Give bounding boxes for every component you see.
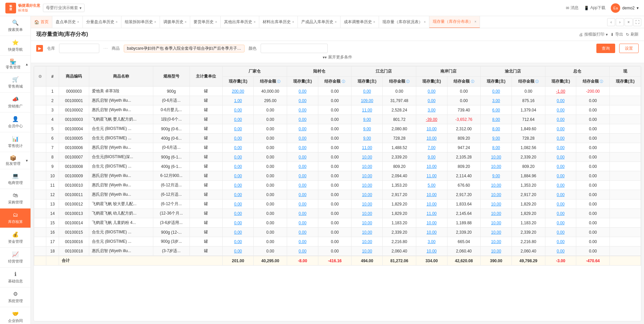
cell-yb-qty[interactable]: 10.00 (481, 246, 512, 256)
cell-total-qty[interactable]: 0.00 (545, 228, 576, 237)
cell-fj-qty[interactable]: 0.00 (222, 105, 254, 115)
tab-stock-dist[interactable]: 现存量（库存分布表） × (429, 16, 480, 28)
tab-close-transfer-history[interactable]: × (185, 20, 187, 24)
tab-close-product-in[interactable]: × (335, 20, 337, 24)
cell-fj-qty[interactable]: 1.00 (222, 96, 254, 105)
tab-prev-btn[interactable]: ‹ (607, 18, 615, 26)
cell-jb-qty[interactable]: 10.00 (352, 228, 383, 237)
tab-close-stock-dist[interactable]: × (474, 20, 476, 24)
sidebar-item-basic[interactable]: ℹ 基础信息 (0, 268, 31, 287)
cell-na-qty[interactable]: 10.00 (416, 162, 447, 171)
cell-jb-qty[interactable]: 10.00 (352, 209, 383, 218)
user-area[interactable]: Ea demo2 ▾ (611, 3, 639, 13)
cell-jb-qty[interactable]: 11.00 (352, 105, 383, 115)
tab-close-stock-history[interactable]: × (77, 20, 79, 24)
cell-total-qty[interactable]: 0.00 (545, 105, 576, 115)
cell-fj-qty[interactable]: 0.00 (222, 115, 254, 124)
cell-na-qty[interactable]: 0.00 (416, 87, 447, 96)
sidebar-item-retail-mgmt[interactable]: 🏪 零售管理 ▲ (0, 56, 31, 73)
cell-na-qty[interactable]: 10.00 (416, 218, 447, 228)
cell-lc-qty[interactable]: 0.00 (287, 190, 318, 199)
sidebar-item-finance[interactable]: 💰 资金管理 (0, 228, 31, 248)
sidebar-item-marketing[interactable]: 📣 营销推广 (0, 93, 31, 112)
sidebar-item-purchase[interactable]: 🛍 采购管理 (0, 189, 31, 209)
cell-fj-qty[interactable]: 0.00 (222, 171, 254, 181)
cell-total-qty[interactable]: 0.00 (545, 162, 576, 171)
sidebar-item-search[interactable]: 🔍 搜索英单 (0, 16, 31, 36)
sidebar-item-member[interactable]: 👤 会员中心 (0, 112, 31, 132)
cell-total-qty[interactable]: 0.00 (545, 237, 576, 246)
cell-na-qty[interactable]: 11.00 (416, 171, 447, 181)
cell-yb-qty[interactable]: 8.00 (481, 115, 512, 124)
cell-yb-qty[interactable]: 8.00 (481, 124, 512, 134)
cell-fj-qty[interactable]: 0.00 (222, 209, 254, 218)
cell-na-qty[interactable]: 10.00 (416, 246, 447, 256)
cell-yb-qty[interactable]: 10.00 (481, 152, 512, 162)
cell-yb-qty[interactable]: 9.00 (481, 134, 512, 143)
cell-lc-qty[interactable]: 0.00 (287, 96, 318, 105)
setting-btn[interactable]: 设置 (619, 44, 639, 53)
message-btn[interactable]: ✉ 消息 (566, 5, 579, 11)
cell-fj-qty[interactable]: 0.00 (222, 246, 254, 256)
cell-fj-qty[interactable]: 0.00 (222, 237, 254, 246)
cell-lc-qty[interactable]: 0.00 (287, 105, 318, 115)
cell-na-qty[interactable]: 10.00 (416, 134, 447, 143)
cell-lc-qty[interactable]: 0.00 (287, 181, 318, 190)
cell-lc-qty[interactable]: 0.00 (287, 115, 318, 124)
cell-total-qty[interactable]: 0.00 (545, 124, 576, 134)
print-btn[interactable]: 🖨 按模版打印 ▾ (579, 32, 608, 37)
cell-total-qty[interactable]: 0.00 (545, 181, 576, 190)
cell-lc-qty[interactable]: 0.00 (287, 143, 318, 152)
cell-na-qty[interactable]: 10.00 (416, 199, 447, 209)
filter-collapse-btn[interactable]: ▶ (36, 45, 43, 52)
search-btn[interactable]: 查询 (596, 44, 615, 53)
cell-na-qty[interactable]: 10.00 (416, 190, 447, 199)
cell-yb-qty[interactable]: 10.00 (481, 209, 512, 218)
cell-jb-qty[interactable]: 10.00 (352, 237, 383, 246)
cell-total-qty[interactable]: 0.00 (545, 152, 576, 162)
cell-total-qty[interactable]: 0.00 (545, 134, 576, 143)
tab-close-cost-adjust[interactable]: × (373, 20, 375, 24)
cell-fj-qty[interactable]: 0.00 (222, 134, 254, 143)
cell-fj-qty[interactable]: 0.00 (222, 181, 254, 190)
cell-yb-qty[interactable]: 10.00 (481, 181, 512, 190)
sidebar-item-system[interactable]: ⚙ 系统管理 (0, 287, 31, 307)
cell-na-qty[interactable]: 10.00 (416, 228, 447, 237)
cell-jb-qty[interactable]: 10.00 (352, 246, 383, 256)
tab-close-branch-history[interactable]: × (116, 20, 118, 24)
cell-lc-qty[interactable]: 0.00 (287, 228, 318, 237)
cell-total-qty[interactable]: 0.00 (545, 190, 576, 199)
cell-jb-qty[interactable]: 10.00 (352, 181, 383, 190)
sidebar-item-retail-stat[interactable]: 📊 零售统计 (0, 132, 31, 152)
cell-fj-qty[interactable]: 0.00 (222, 152, 254, 162)
cell-fj-qty[interactable]: 0.00 (222, 162, 254, 171)
cell-jb-qty[interactable]: 10.00 (352, 190, 383, 199)
cell-na-qty[interactable]: -39.00 (416, 115, 447, 124)
cell-total-qty[interactable]: 0.00 (545, 96, 576, 105)
cell-jb-qty[interactable]: 0.00 (352, 87, 383, 96)
cell-fj-qty[interactable]: 200.00 (222, 87, 254, 96)
col-gear[interactable]: ⚙ (34, 66, 46, 87)
cell-na-qty[interactable]: 3.00 (416, 105, 447, 115)
cell-total-qty[interactable]: 0.00 (545, 209, 576, 218)
tab-next-btn[interactable]: › (616, 18, 624, 26)
cell-na-qty[interactable]: 10.00 (416, 124, 447, 134)
tab-stock-history[interactable]: 盘点单历史 × (52, 16, 83, 28)
cell-yb-qty[interactable]: 10.00 (481, 162, 512, 171)
cell-yb-qty[interactable]: 6.00 (481, 105, 512, 115)
tab-branch-history[interactable]: 分量盘点单历史 × (83, 16, 121, 28)
tab-home[interactable]: 🏠 首页 (31, 16, 52, 28)
cell-lc-qty[interactable]: 0.00 (287, 246, 318, 256)
cell-total-qty[interactable]: 0.00 (545, 115, 576, 124)
cell-jb-qty[interactable]: 10.00 (352, 199, 383, 209)
cell-lc-qty[interactable]: 0.00 (287, 162, 318, 171)
cell-lc-qty[interactable]: 0.00 (287, 218, 318, 228)
cell-lc-qty[interactable]: 0.00 (287, 124, 318, 134)
cell-jb-qty[interactable]: 9.00 (352, 115, 383, 124)
cell-lc-qty[interactable]: 0.00 (287, 134, 318, 143)
sidebar-item-ecommerce[interactable]: 💻 电商管理 (0, 169, 31, 189)
cell-na-qty[interactable]: 0.00 (416, 96, 447, 105)
cell-yb-qty[interactable]: 10.00 (481, 199, 512, 209)
cell-lc-qty[interactable]: 0.00 (287, 171, 318, 181)
tab-requisition-history[interactable]: 要货单历史 × (190, 16, 221, 28)
